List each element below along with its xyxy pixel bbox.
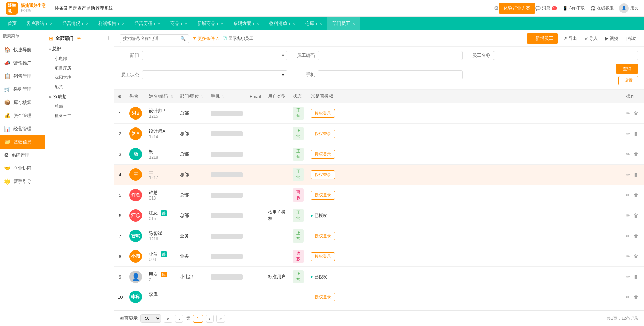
sidebar-item-guide[interactable]: 🌟 新手引导 (0, 175, 45, 188)
close-icon[interactable]: ✕ (184, 21, 188, 26)
edit-btn[interactable]: ✏ (626, 213, 630, 218)
delete-btn[interactable]: 🗑 (634, 274, 638, 280)
last-page-btn[interactable]: » (216, 315, 225, 323)
dept-group-label-shuangluxiang[interactable]: ▶ 双鹿想 (45, 91, 114, 102)
video-btn[interactable]: ▶ 视频 (603, 36, 620, 42)
col-name[interactable]: 姓名/编码 ⇅ (145, 90, 176, 103)
auth-login-btn[interactable]: 授权登录 (311, 150, 335, 159)
empcode-filter-input[interactable] (318, 51, 463, 60)
close-icon[interactable]: ✕ (121, 21, 125, 26)
dept-child-xiangmu[interactable]: 项目库房 (45, 63, 114, 73)
close-icon[interactable]: ✕ (352, 21, 355, 26)
edit-btn[interactable]: ✏ (626, 131, 630, 136)
online-service-btn[interactable]: 🎧 在线客服 (590, 5, 614, 11)
tab-add-goods[interactable]: 新增商品 ▾✕ (192, 17, 228, 30)
tab-operation[interactable]: 经营情况 ▾✕ (57, 17, 93, 30)
dept-child-zhishu[interactable]: 植树王二 (45, 111, 114, 121)
col-dept[interactable]: 部门/职位 ⇅ (176, 90, 207, 103)
gear-icon[interactable]: ⚙ (494, 5, 499, 11)
close-icon[interactable]: ✕ (256, 21, 260, 26)
edit-btn[interactable]: ✏ (626, 151, 630, 157)
edit-btn[interactable]: ✏ (626, 254, 630, 259)
auth-login-btn[interactable]: 授权登录 (311, 293, 335, 301)
delete-btn[interactable]: 🗑 (634, 131, 638, 136)
delete-btn[interactable]: 🗑 (634, 172, 638, 177)
delete-btn[interactable]: 🗑 (634, 254, 638, 259)
edit-btn[interactable]: ✏ (626, 294, 630, 300)
export-btn[interactable]: ↗ 导出 (562, 36, 579, 42)
sidebar-item-purchase[interactable]: 🛒 采购管理 (0, 83, 45, 96)
status-filter-select[interactable]: ▾ (142, 70, 287, 79)
sidebar-item-inventory[interactable]: 📦 库存核算 (0, 96, 45, 109)
edit-btn[interactable]: ✏ (626, 172, 630, 177)
tab-department[interactable]: 部门员工 ✕ (327, 17, 360, 30)
auth-login-btn[interactable]: 授权登录 (311, 191, 335, 200)
help-btn[interactable]: | 帮助 (624, 36, 638, 42)
delete-btn[interactable]: 🗑 (634, 111, 638, 116)
col-settings[interactable]: ⚙ (114, 90, 126, 103)
tab-profit[interactable]: 利润报告 ▾✕ (93, 17, 129, 30)
auth-login-btn[interactable]: 授权登录 (311, 109, 335, 118)
page-size-select[interactable]: 50 100 (140, 314, 161, 323)
close-icon[interactable]: ✕ (157, 21, 161, 26)
set-btn[interactable]: 设置 (618, 76, 638, 85)
tab-goods[interactable]: 商品 ▾✕ (165, 17, 192, 30)
dept-child-shenyang[interactable]: 沈阳大库 (45, 73, 114, 82)
auth-login-btn[interactable]: 授权登录 (311, 130, 335, 138)
sidebar-item-enterprise[interactable]: 🤝 企业协同 (0, 162, 45, 175)
edit-btn[interactable]: ✏ (626, 233, 630, 239)
delete-btn[interactable]: 🗑 (634, 151, 638, 157)
tab-barcode[interactable]: 条码方案 ▾✕ (228, 17, 264, 30)
tab-warehouse[interactable]: 仓库 ▾✕ (300, 17, 327, 30)
delete-btn[interactable]: 🗑 (634, 192, 638, 198)
dept-group-label-zb[interactable]: ▾ 总部 (45, 44, 114, 54)
search-icon[interactable]: 🔍 (180, 36, 186, 41)
message-btn[interactable]: 💬 消息 5 (535, 5, 557, 11)
try-btn[interactable]: 体验行业方案 (499, 3, 535, 14)
first-page-btn[interactable]: « (164, 315, 172, 323)
dept-filter-select[interactable]: ▾ (142, 51, 287, 60)
close-icon[interactable]: ✕ (220, 21, 224, 26)
sidebar-item-operation[interactable]: 📊 经营管理 (0, 122, 45, 135)
col-auth[interactable]: ①是否授权 (307, 90, 338, 103)
auth-login-btn[interactable]: 授权登录 (311, 170, 335, 179)
close-icon[interactable]: ✕ (319, 21, 323, 26)
edit-btn[interactable]: ✏ (626, 111, 630, 116)
sidebar-item-quick[interactable]: 🏠 快捷导航 (0, 43, 45, 56)
show-resigned-check[interactable]: ☑ 显示离职员工 (223, 36, 253, 42)
dept-child-peihuo[interactable]: 配货 (45, 82, 114, 91)
query-btn[interactable]: 查询 (616, 64, 638, 74)
tab-history[interactable]: 经营历程 ▾✕ (129, 17, 165, 30)
auth-login-btn[interactable]: 授权登录 (311, 252, 335, 261)
delete-btn[interactable]: 🗑 (634, 294, 638, 300)
current-page[interactable]: 1 (193, 315, 203, 323)
app-download-btn[interactable]: 📱 App下载 (563, 5, 585, 11)
next-page-btn[interactable]: › (206, 315, 214, 323)
sidebar-item-sales[interactable]: 📋 销售管理 (0, 70, 45, 83)
import-btn[interactable]: ↙ 导入 (582, 36, 600, 42)
collapse-btn[interactable]: 《 (105, 35, 110, 42)
tab-customer[interactable]: 客户联络 ▾✕ (21, 17, 57, 30)
sidebar-item-basic[interactable]: 📁 基础信息 (0, 135, 45, 149)
phone-filter-input[interactable] (318, 70, 463, 79)
sidebar-item-finance[interactable]: 💰 资金管理 (0, 109, 45, 122)
dept-child-xiaodian[interactable]: 小电部 (45, 54, 114, 63)
dept-child-zongbu[interactable]: 总部 (45, 102, 114, 111)
tab-bom[interactable]: 物料清单 ▾✕ (264, 17, 300, 30)
user-area[interactable]: 👤 用友 (619, 3, 638, 13)
prev-page-btn[interactable]: ‹ (175, 315, 183, 323)
more-filter-btn[interactable]: ▼ 更多条件 ∧ (192, 36, 219, 42)
auth-login-btn[interactable]: 授权登录 (311, 232, 335, 240)
edit-btn[interactable]: ✏ (626, 274, 630, 280)
close-icon[interactable]: ✕ (49, 21, 53, 26)
tab-home[interactable]: 首页 (3, 17, 21, 30)
edit-btn[interactable]: ✏ (626, 192, 630, 198)
col-phone[interactable]: 手机 ⇅ (207, 90, 246, 103)
sidebar-item-marketing[interactable]: 📣 营销推广 (0, 56, 45, 70)
add-employee-btn[interactable]: + 新增员工 (527, 33, 558, 44)
dept-count-badge[interactable]: ⑥ (77, 36, 81, 41)
empname-filter-input[interactable] (493, 51, 638, 60)
employee-search-input[interactable] (123, 36, 178, 41)
delete-btn[interactable]: 🗑 (634, 213, 638, 218)
close-icon[interactable]: ✕ (292, 21, 296, 26)
